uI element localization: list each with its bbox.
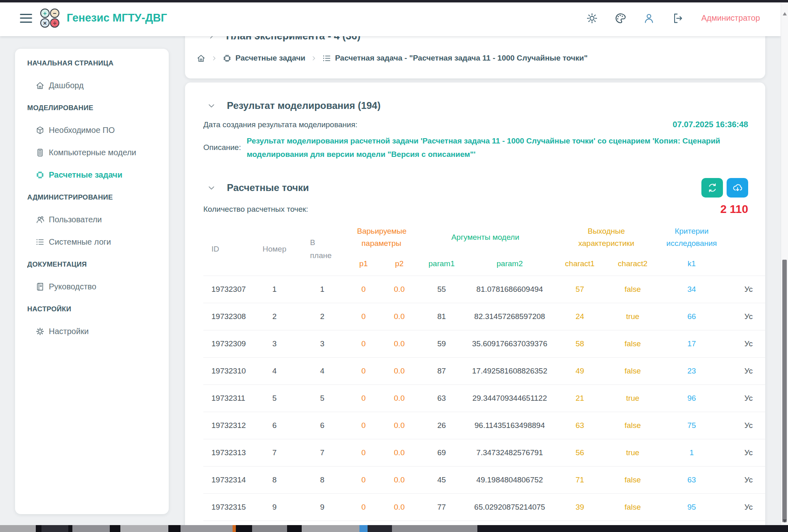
table-cell: 6 — [299, 412, 346, 439]
table-cell: 17 — [659, 330, 724, 357]
app-title: Генезис МГТУ-ДВГ — [67, 12, 167, 24]
table-cell: 2 — [299, 303, 346, 330]
hamburger-menu-icon[interactable] — [20, 14, 32, 23]
breadcrumb-home[interactable] — [196, 54, 206, 63]
sidebar-section-header: АДМИНИСТРИРОВАНИЕ — [15, 186, 169, 208]
sidebar-item[interactable]: Компьютерные модели — [15, 141, 169, 164]
table-cell: 1 — [659, 439, 724, 466]
taskbar-window-thumbnail[interactable] — [302, 525, 359, 532]
table-cell: 0 — [346, 384, 381, 412]
taskbar-window-thumbnail[interactable] — [168, 525, 181, 532]
sidebar-item-label: Настройки — [49, 327, 89, 336]
taskbar-window-thumbnail[interactable] — [72, 525, 110, 532]
logout-icon[interactable] — [671, 12, 684, 24]
palette-icon[interactable] — [614, 12, 627, 24]
sidebar: НАЧАЛЬНАЯ СТРАНИЦАДашбордМОДЕЛИРОВАНИЕНе… — [15, 49, 169, 514]
download-points-button[interactable] — [727, 178, 748, 198]
table-cell: 0.0 — [381, 357, 417, 384]
breadcrumb-calc-tasks[interactable]: Расчетные задачи — [222, 54, 305, 63]
table-cell: Ус — [724, 330, 765, 357]
table-cell: 17.492581608826352 — [466, 357, 553, 384]
taskbar-window-thumbnail[interactable] — [287, 525, 302, 532]
table-cell: true — [606, 384, 659, 412]
book-icon — [35, 282, 45, 291]
table-cell: false — [606, 412, 659, 439]
taskbar-window-thumbnail[interactable] — [0, 525, 36, 532]
table-cell: 4 — [299, 357, 346, 384]
os-taskbar — [0, 525, 788, 532]
sidebar-item[interactable]: Расчетные задачи — [15, 164, 169, 186]
taskbar-window-thumbnail[interactable] — [392, 525, 477, 532]
sidebar-item-label: Расчетные задачи — [49, 170, 122, 180]
taskbar-window-thumbnail[interactable] — [41, 525, 68, 532]
refresh-icon — [707, 182, 718, 193]
sidebar-item-label: Компьютерные модели — [49, 148, 136, 157]
logo-minus-icon: − — [50, 9, 59, 18]
breadcrumb-label: Расчетная задача - "Расчетная задача 11 … — [335, 54, 588, 63]
scrollbar-down-arrow[interactable] — [783, 519, 787, 523]
chip-icon — [222, 54, 232, 63]
taskbar-empty-area — [477, 525, 788, 532]
table-cell: Ус — [724, 276, 765, 303]
table-row[interactable]: 197323104400.08717.49258160882635249fals… — [203, 357, 765, 384]
breadcrumb-label: Расчетные задачи — [235, 54, 305, 63]
table-row[interactable]: 197323082200.08182.3145726859720824true6… — [203, 303, 765, 330]
home-icon — [196, 54, 206, 63]
table-cell: 19732308 — [203, 303, 250, 330]
taskbar-window-thumbnail[interactable] — [359, 525, 368, 532]
table-row[interactable]: 197323115500.06329.34470934465112221true… — [203, 384, 765, 412]
taskbar-window-thumbnail[interactable] — [36, 525, 41, 532]
sidebar-item[interactable]: Настройки — [15, 320, 169, 343]
user-profile-icon[interactable] — [643, 12, 655, 24]
table-cell: 0 — [346, 357, 381, 384]
sidebar-section-header: ДОКУМЕНТАЦИЯ — [15, 253, 169, 276]
table-cell: 56 — [553, 439, 606, 466]
table-row[interactable]: 197323159900.07765.0292087521407539false… — [203, 493, 765, 521]
sidebar-item[interactable]: Системные логи — [15, 231, 169, 253]
sidebar-item[interactable]: Дашборд — [15, 74, 169, 97]
table-cell: 77 — [417, 493, 466, 521]
table-row[interactable]: 197323071100.05581.078168660949457false3… — [203, 276, 765, 303]
table-cell: 75 — [659, 412, 724, 439]
taskbar-window-thumbnail[interactable] — [368, 525, 392, 532]
table-row[interactable]: 197323093300.05935.60917663703937658fals… — [203, 330, 765, 357]
taskbar-window-thumbnail[interactable] — [236, 525, 252, 532]
scrollbar-thumb[interactable] — [782, 260, 787, 522]
sub-column-header: charact1 — [553, 252, 606, 276]
table-cell: 19732307 — [203, 276, 250, 303]
refresh-points-button[interactable] — [701, 178, 723, 198]
sidebar-item[interactable]: Необходимое ПО — [15, 119, 169, 141]
taskbar-window-thumbnail[interactable] — [233, 525, 236, 532]
sidebar-item[interactable]: Руководство — [15, 276, 169, 298]
table-cell: 65.02920875214075 — [466, 493, 553, 521]
table-row[interactable]: 197323137700.0697.3473248257679156true1У… — [203, 439, 765, 466]
table-row[interactable]: 197323126600.02696.1143516349889463false… — [203, 412, 765, 439]
taskbar-window-thumbnail[interactable] — [68, 525, 72, 532]
taskbar-window-thumbnail[interactable] — [181, 525, 233, 532]
scrollbar-up-arrow[interactable] — [783, 12, 787, 15]
table-cell: 0 — [346, 330, 381, 357]
sidebar-item[interactable]: Пользователи — [15, 208, 169, 231]
table-cell: 4 — [250, 357, 299, 384]
table-cell: 63 — [553, 412, 606, 439]
table-cell: Ус — [724, 466, 765, 493]
taskbar-window-thumbnail[interactable] — [110, 525, 120, 532]
table-row[interactable]: 197323148800.04549.198480480675271false6… — [203, 466, 765, 493]
table-cell: 0.0 — [381, 303, 417, 330]
taskbar-window-thumbnail[interactable] — [252, 525, 287, 532]
logo-times-icon: × — [40, 18, 50, 28]
table-cell: 0.0 — [381, 330, 417, 357]
chevron-down-icon[interactable] — [207, 184, 216, 192]
taskbar-window-thumbnail[interactable] — [120, 525, 168, 532]
sidebar-item-label: Дашборд — [49, 81, 84, 90]
table-cell: 5 — [250, 384, 299, 412]
table-cell: 0.0 — [381, 466, 417, 493]
sub-column-header: k1 — [659, 252, 724, 276]
chevron-down-icon[interactable] — [207, 102, 216, 110]
page-scrollbar[interactable] — [781, 2, 788, 525]
column-group-header: Аргументы модели — [417, 223, 553, 252]
table-cell: 0 — [346, 412, 381, 439]
theme-sun-icon[interactable] — [586, 12, 598, 24]
breadcrumb-current-task[interactable]: Расчетная задача - "Расчетная задача 11 … — [322, 54, 588, 63]
table-cell: 34 — [659, 276, 724, 303]
